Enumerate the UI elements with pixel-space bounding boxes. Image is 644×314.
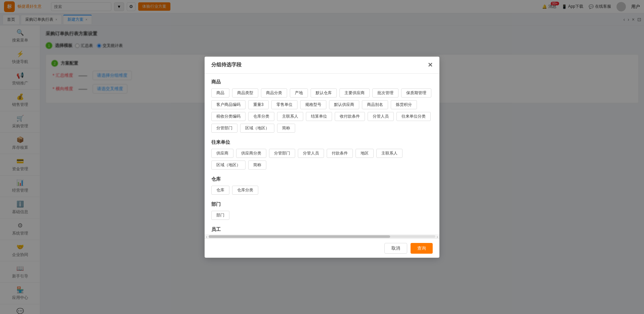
field-tag[interactable]: 仓库 (211, 186, 229, 195)
field-tag[interactable]: 分管部门 (269, 149, 295, 158)
field-tag[interactable]: 分管人员 (368, 112, 394, 121)
field-tag[interactable]: 重量3 (248, 100, 269, 109)
field-tag[interactable]: 简称 (248, 161, 266, 170)
section-title: 往来单位 (211, 139, 433, 145)
field-tag[interactable]: 保质期管理 (401, 88, 431, 98)
field-section-往来单位: 往来单位供应商供应商分类分管部门分管人员付款条件地区主联系人区域（地区）简称 (211, 139, 433, 170)
field-tag[interactable]: 规格型号 (300, 100, 326, 109)
hscroll-thumb (209, 235, 390, 238)
field-tag[interactable]: 税收分类编码 (211, 112, 246, 121)
field-tag[interactable]: 付款条件 (327, 149, 353, 158)
field-tag[interactable]: 默认供应商 (329, 100, 359, 109)
field-tag[interactable]: 主联系人 (277, 112, 303, 121)
hscroll-track (209, 235, 435, 238)
field-tag[interactable]: 分管人员 (298, 149, 324, 158)
modal-body[interactable]: 商品商品商品类型商品分类产地默认仓库主要供应商批次管理保质期管理客户商品编码重量… (205, 74, 439, 235)
field-section-员工: 员工业务员 (211, 227, 433, 235)
modal: 分组待选字段 ✕ 商品商品商品类型商品分类产地默认仓库主要供应商批次管理保质期管… (205, 57, 439, 258)
field-section-部门: 部门部门 (211, 201, 433, 220)
field-tag[interactable]: 商品分类 (261, 88, 287, 98)
section-title: 商品 (211, 79, 433, 85)
field-tag[interactable]: 结算单位 (306, 112, 332, 121)
modal-footer: 取消 查询 (205, 239, 439, 258)
cancel-button[interactable]: 取消 (384, 243, 407, 254)
field-tag[interactable]: 批次管理 (372, 88, 398, 98)
field-tag[interactable]: 商品类型 (232, 88, 258, 98)
modal-overlay: 分组待选字段 ✕ 商品商品商品类型商品分类产地默认仓库主要供应商批次管理保质期管… (0, 0, 644, 314)
field-tag[interactable]: 商品 (211, 88, 229, 98)
field-tag[interactable]: 零售单位 (271, 100, 298, 109)
field-tag[interactable]: 仓库分类 (248, 112, 274, 121)
modal-title: 分组待选字段 (211, 62, 241, 68)
field-tag[interactable]: 分管部门 (211, 124, 237, 133)
field-tag[interactable]: 客户商品编码 (211, 100, 246, 109)
section-title: 仓库 (211, 176, 433, 182)
modal-close-btn[interactable]: ✕ (428, 61, 433, 69)
field-tag[interactable]: 商品别名 (362, 100, 388, 109)
field-tag[interactable]: 部门 (211, 211, 229, 220)
field-tag[interactable]: 地区 (356, 149, 374, 158)
field-tag[interactable]: 区域（地区） (211, 161, 246, 170)
field-tag[interactable]: 供应商 (211, 149, 233, 158)
field-tags: 商品商品类型商品分类产地默认仓库主要供应商批次管理保质期管理客户商品编码重量3零… (211, 88, 433, 133)
field-tag[interactable]: 产地 (290, 88, 308, 98)
field-tag[interactable]: 默认仓库 (311, 88, 337, 98)
confirm-button[interactable]: 查询 (411, 243, 433, 254)
modal-hscroll: ‹ › (205, 235, 439, 239)
field-tag[interactable]: 往来单位分类 (396, 112, 431, 121)
field-tags: 部门 (211, 211, 433, 220)
field-tag[interactable]: 炼货积分 (391, 100, 417, 109)
field-tags: 供应商供应商分类分管部门分管人员付款条件地区主联系人区域（地区）简称 (211, 149, 433, 170)
modal-header: 分组待选字段 ✕ (205, 57, 439, 74)
section-title: 部门 (211, 201, 433, 207)
field-section-仓库: 仓库仓库仓库分类 (211, 176, 433, 195)
field-tag[interactable]: 简称 (277, 124, 295, 133)
field-tag[interactable]: 收付款条件 (335, 112, 365, 121)
field-section-商品: 商品商品商品类型商品分类产地默认仓库主要供应商批次管理保质期管理客户商品编码重量… (211, 79, 433, 133)
field-tag[interactable]: 主要供应商 (339, 88, 370, 98)
field-tag[interactable]: 仓库分类 (232, 186, 258, 195)
field-tags: 仓库仓库分类 (211, 186, 433, 195)
field-tag[interactable]: 供应商分类 (236, 149, 266, 158)
field-tag[interactable]: 区域（地区） (240, 124, 274, 133)
field-tag[interactable]: 主联系人 (376, 149, 402, 158)
section-title: 员工 (211, 227, 433, 233)
